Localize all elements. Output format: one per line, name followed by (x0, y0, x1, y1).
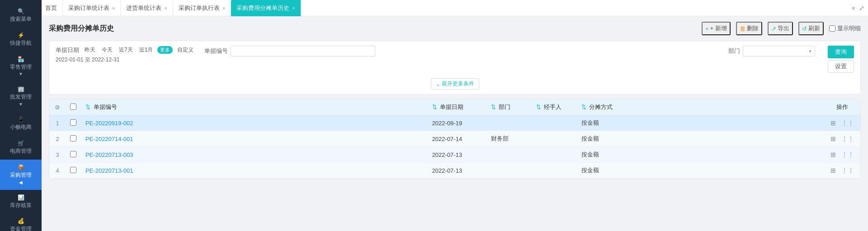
view-icon[interactable]: ⊞ (829, 150, 837, 159)
sidebar-item-purchase[interactable]: 📦 采购管理 ◀ (0, 160, 42, 190)
tab-close-icon[interactable]: × (112, 5, 115, 11)
doc-date-cell: 2022-07-13 (428, 147, 486, 163)
restore-window-icon[interactable]: ⤢ (859, 5, 864, 12)
date-filter-label: 单据日期 (56, 46, 79, 54)
select-all-checkbox[interactable] (70, 104, 76, 110)
sidebar-item-ecommerce[interactable]: 🛒 电商管理 (0, 136, 42, 160)
doc-no-link[interactable]: PE-20220713-003 (85, 151, 133, 158)
date-filter-block: 单据日期 昨天 今天 近7天 近1月 更多 自定义 2022-01-01 至 2… (56, 46, 195, 64)
tab-close-icon[interactable]: × (164, 5, 167, 11)
show-cols-checkbox[interactable] (829, 25, 835, 32)
tab-label: 采购费用分摊单历史 (236, 4, 289, 12)
row-checkbox[interactable] (70, 151, 76, 157)
th-split-method-label: 分摊方式 (589, 104, 613, 110)
sidebar-item-label: 资金管理 (2, 225, 40, 231)
search-icon: 🔍 (2, 8, 40, 14)
export-icon: ↗ (771, 25, 776, 32)
page-title: 采购费用分摊单历史 (49, 24, 114, 33)
view-icon[interactable]: ⊞ (829, 134, 837, 143)
sidebar-item-wholesale[interactable]: 🏢 批发管理 ▼ (0, 81, 42, 112)
chevron-down-icon: ▼ (19, 102, 23, 107)
handler-cell (532, 147, 577, 163)
split-method-cell: 按金额 (577, 147, 824, 163)
doc-date-cell: 2022-09-19 (428, 115, 486, 131)
show-cols-label: 显示明细 (837, 24, 861, 33)
settings-button[interactable]: 设置 (828, 60, 854, 73)
table-row: 3 PE-20220713-003 2022-07-13 按金额 (49, 147, 860, 163)
retail-icon: 🏪 (2, 56, 40, 62)
doc-no-input[interactable] (231, 46, 375, 57)
more-actions-icon[interactable]: ⋮⋮ (840, 134, 855, 143)
wholesale-icon: 🏢 (2, 86, 40, 92)
view-icon[interactable]: ⊞ (829, 118, 837, 127)
row-checkbox[interactable] (70, 167, 76, 173)
close-window-icon[interactable]: × (852, 5, 855, 12)
sidebar-item-inventory[interactable]: 📊 库存核算 (0, 190, 42, 214)
date-btn-yesterday[interactable]: 昨天 (83, 46, 97, 54)
row-checkbox[interactable] (70, 119, 76, 126)
tab-purchase-cost-history[interactable]: 采购费用分摊单历史 × (231, 0, 301, 16)
export-button[interactable]: ↗ 导出 (768, 22, 793, 35)
sidebar-item-shortcut[interactable]: ⚡ 快捷导航 (0, 28, 42, 52)
dept-input[interactable] (743, 46, 815, 57)
expand-filter-button[interactable]: ⌄ 展开更多条件 (431, 78, 479, 90)
split-method-cell: 按金额 (577, 115, 824, 131)
doc-no-cell: PE-20220713-003 (81, 147, 428, 163)
date-btn-1month[interactable]: 近1月 (137, 46, 155, 54)
tab-label: 采购订单统计表 (68, 4, 109, 12)
main-area: 首页 采购订单统计表 × 进货单统计表 × 采购订单执行表 × 采购费用分摊单历… (42, 0, 868, 231)
date-shortcuts: 昨天 今天 近7天 近1月 更多 自定义 (83, 46, 195, 54)
date-range-text: 2022-01-01 至 2022-12-31 (56, 56, 195, 64)
date-btn-7days[interactable]: 近7天 (117, 46, 135, 54)
expand-label: 展开更多条件 (442, 80, 474, 88)
date-btn-custom[interactable]: 自定义 (175, 46, 195, 54)
arrow-icon: ◀ (19, 180, 23, 185)
sort-icon: ⇅ (536, 104, 541, 110)
row-checkbox[interactable] (70, 135, 76, 141)
doc-no-link[interactable]: PE-20220919-002 (85, 120, 133, 127)
view-icon[interactable]: ⊞ (829, 166, 837, 175)
tab-label: 进货单统计表 (126, 4, 161, 12)
table-row: 2 PE-20220714-001 2022-07-14 财务部 按金额 (49, 131, 860, 147)
actions-cell: ⊞ ⋮⋮ (824, 131, 860, 147)
tab-home[interactable]: 首页 (45, 0, 63, 16)
gear-icon[interactable]: ⚙ (55, 104, 60, 111)
th-doc-no-label: 单据编号 (94, 104, 117, 110)
more-actions-icon[interactable]: ⋮⋮ (840, 150, 855, 159)
more-actions-icon[interactable]: ⋮⋮ (840, 166, 855, 175)
th-dept: ⇅ 部门 (486, 99, 532, 115)
date-btn-today[interactable]: 今天 (100, 46, 114, 54)
ecommerce-icon: 🛒 (2, 140, 40, 146)
th-gear: ⚙ (49, 99, 66, 115)
more-actions-icon[interactable]: ⋮⋮ (840, 118, 855, 127)
sidebar-item-retail[interactable]: 🏪 零售管理 ▼ (0, 52, 42, 82)
query-button[interactable]: 查询 (828, 46, 854, 58)
tab-goods-in-stats[interactable]: 进货单统计表 × (121, 0, 173, 16)
tab-purchase-order-exec[interactable]: 采购订单执行表 × (173, 0, 231, 16)
add-button[interactable]: + + 新增 (702, 22, 731, 35)
page-header: 采购费用分摊单历史 + + 新增 🗑 删除 ↗ 导出 ↺ 刷新 (49, 22, 861, 35)
sidebar-item-search[interactable]: 🔍 搜索菜单 (0, 4, 42, 28)
sidebar-item-finance[interactable]: 💰 资金管理 (0, 213, 42, 231)
doc-date-cell: 2022-07-13 (428, 163, 486, 179)
th-doc-date-label: 单据日期 (440, 104, 463, 110)
sidebar-item-label: 快捷导航 (2, 39, 40, 47)
delete-button[interactable]: 🗑 删除 (736, 22, 762, 35)
tab-close-icon[interactable]: × (222, 5, 225, 11)
date-btn-more[interactable]: 更多 (157, 46, 173, 54)
th-split-method: ⇅ 分摊方式 (577, 99, 824, 115)
table-body: 1 PE-20220919-002 2022-09-19 按金额 (49, 115, 860, 179)
tab-close-icon[interactable]: × (292, 5, 295, 11)
sidebar-item-label: 采购管理 (2, 171, 40, 179)
delete-icon: 🗑 (740, 25, 745, 32)
filter-area: 单据日期 昨天 今天 近7天 近1月 更多 自定义 2022-01-01 至 2… (49, 41, 861, 94)
toolbar: + + 新增 🗑 删除 ↗ 导出 ↺ 刷新 显示明细 (702, 22, 861, 35)
sidebar-item-mobile[interactable]: 📱 小畅电商 (0, 112, 42, 136)
tab-bar-actions: × ⤢ (852, 5, 864, 12)
doc-no-link[interactable]: PE-20220713-001 (85, 167, 133, 174)
tab-purchase-order-stats[interactable]: 采购订单统计表 × (63, 0, 121, 16)
sidebar-item-label: 搜索菜单 (2, 15, 40, 23)
doc-no-link[interactable]: PE-20220714-001 (85, 136, 133, 142)
sidebar-item-label: 批发管理 (2, 93, 40, 101)
refresh-button[interactable]: ↺ 刷新 (798, 22, 824, 35)
